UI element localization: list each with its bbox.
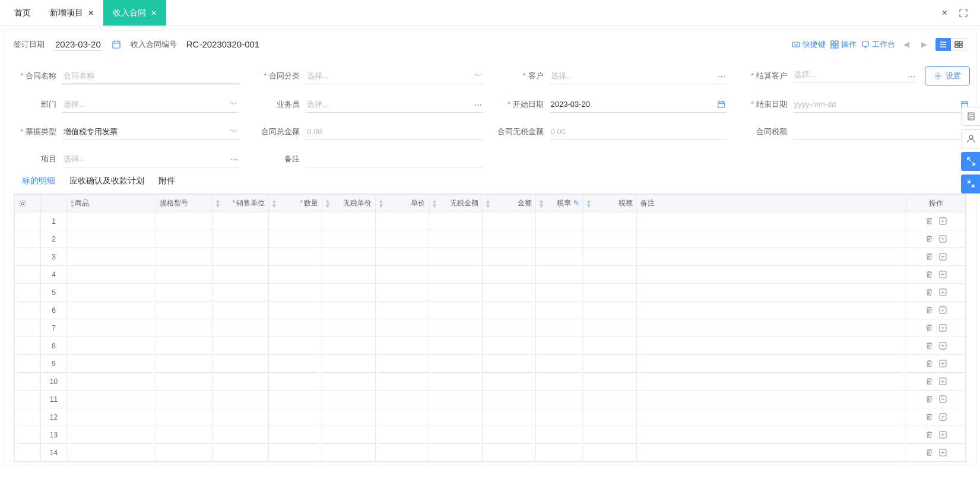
add-row-icon[interactable] bbox=[939, 377, 947, 385]
start-date-input[interactable] bbox=[550, 96, 727, 113]
table-row[interactable]: 10 bbox=[15, 373, 966, 391]
table-row[interactable]: 1 bbox=[15, 212, 966, 230]
delete-icon[interactable] bbox=[925, 217, 933, 225]
th-unit[interactable]: ▲▼销售单位 bbox=[213, 195, 269, 212]
delete-icon[interactable] bbox=[925, 288, 933, 296]
delete-icon[interactable] bbox=[925, 449, 933, 456]
settlement-customer-select[interactable] bbox=[793, 66, 916, 83]
department-select[interactable] bbox=[62, 96, 239, 113]
add-row-icon[interactable] bbox=[939, 235, 947, 243]
settings-button[interactable]: 设置 bbox=[925, 66, 970, 85]
more-icon[interactable]: ⋯ bbox=[908, 72, 915, 81]
edit-icon[interactable]: ✎ bbox=[573, 199, 579, 207]
side-user-icon[interactable] bbox=[961, 129, 980, 148]
fullscreen-icon[interactable] bbox=[956, 6, 971, 20]
add-row-icon[interactable] bbox=[939, 413, 947, 421]
tab-new-project[interactable]: 新增项目 ✕ bbox=[40, 0, 103, 26]
operate-link[interactable]: 操作 bbox=[830, 39, 857, 50]
chevron-down-icon[interactable]: ﹀ bbox=[474, 71, 482, 81]
calendar-icon[interactable] bbox=[717, 100, 725, 109]
table-row[interactable]: 7 bbox=[15, 319, 966, 337]
table-row[interactable]: 13 bbox=[15, 426, 966, 444]
chevron-down-icon[interactable]: ﹀ bbox=[230, 99, 238, 110]
delete-icon[interactable] bbox=[925, 431, 933, 439]
contract-name-input[interactable] bbox=[62, 68, 239, 84]
table-row[interactable]: 4 bbox=[15, 266, 966, 284]
side-collapse-icon[interactable] bbox=[961, 174, 980, 193]
table-row[interactable]: 12 bbox=[15, 408, 966, 426]
calendar-icon[interactable] bbox=[112, 40, 121, 49]
delete-icon[interactable] bbox=[925, 395, 933, 403]
view-card-button[interactable] bbox=[951, 38, 966, 51]
delete-icon[interactable] bbox=[925, 413, 933, 421]
more-icon[interactable]: ⋯ bbox=[230, 155, 238, 164]
th-qty[interactable]: ▲▼数量 bbox=[269, 195, 322, 212]
delete-icon[interactable] bbox=[925, 377, 933, 385]
close-icon[interactable]: ✕ bbox=[151, 9, 157, 17]
subtab-receivable[interactable]: 应收确认及收款计划 bbox=[69, 176, 144, 189]
delete-icon[interactable] bbox=[925, 324, 933, 332]
contract-category-select[interactable] bbox=[306, 68, 483, 84]
table-row[interactable]: 3 bbox=[15, 248, 966, 266]
table-row[interactable]: 6 bbox=[15, 302, 966, 319]
add-row-icon[interactable] bbox=[939, 324, 947, 332]
th-notax-price[interactable]: ▲▼无税单价 bbox=[322, 195, 376, 212]
th-price[interactable]: ▲▼单价 bbox=[376, 195, 429, 212]
customer-select[interactable] bbox=[550, 68, 727, 84]
workbench-link[interactable]: 工作台 bbox=[861, 39, 895, 50]
add-row-icon[interactable] bbox=[939, 360, 947, 367]
table-row[interactable]: 8 bbox=[15, 337, 966, 355]
table-row[interactable]: 9 bbox=[15, 355, 966, 373]
shortcut-link[interactable]: 快捷键 bbox=[792, 39, 826, 50]
delete-icon[interactable] bbox=[925, 342, 933, 350]
sign-date-value[interactable]: 2023-03-20 bbox=[54, 38, 102, 51]
th-spec[interactable]: ▲▼规格型号 bbox=[156, 195, 213, 212]
delete-icon[interactable] bbox=[925, 306, 933, 314]
add-row-icon[interactable] bbox=[939, 431, 947, 439]
table-row[interactable]: 2 bbox=[15, 230, 966, 248]
th-remark[interactable]: ▲▼备注 bbox=[637, 195, 906, 212]
contract-total-input[interactable] bbox=[306, 123, 483, 140]
delete-icon[interactable] bbox=[925, 235, 933, 243]
remark-input[interactable] bbox=[306, 151, 483, 167]
add-row-icon[interactable] bbox=[939, 217, 947, 225]
th-tax-rate[interactable]: ▲▼税率✎ bbox=[536, 195, 583, 212]
tab-home[interactable]: 首页 bbox=[5, 0, 40, 26]
contract-tax-input[interactable] bbox=[793, 123, 970, 140]
add-row-icon[interactable] bbox=[939, 288, 947, 296]
gear-icon[interactable] bbox=[15, 195, 41, 212]
chevron-down-icon[interactable]: ﹀ bbox=[230, 126, 238, 137]
project-select[interactable] bbox=[62, 151, 239, 167]
subtab-attachment[interactable]: 附件 bbox=[158, 176, 175, 189]
th-notax-amount[interactable]: ▲▼无税金额 bbox=[429, 195, 483, 212]
add-row-icon[interactable] bbox=[939, 271, 947, 278]
table-row[interactable]: 14 bbox=[15, 444, 966, 462]
add-row-icon[interactable] bbox=[939, 306, 947, 314]
th-product[interactable]: ▲▼商品 bbox=[67, 195, 156, 212]
th-tax[interactable]: ▲▼税额 bbox=[583, 195, 637, 212]
contract-notax-input[interactable] bbox=[550, 123, 727, 140]
delete-icon[interactable] bbox=[925, 360, 933, 367]
side-expand-icon[interactable] bbox=[961, 152, 980, 171]
add-row-icon[interactable] bbox=[939, 449, 947, 456]
more-icon[interactable]: ⋯ bbox=[474, 100, 482, 109]
tab-income-contract[interactable]: 收入合同 ✕ bbox=[103, 0, 166, 26]
th-amount[interactable]: ▲▼金额 bbox=[483, 195, 536, 212]
view-list-button[interactable] bbox=[935, 38, 951, 51]
delete-icon[interactable] bbox=[925, 271, 933, 278]
add-row-icon[interactable] bbox=[939, 395, 947, 403]
table-row[interactable]: 11 bbox=[15, 391, 966, 408]
prev-icon[interactable]: ◀ bbox=[900, 38, 913, 51]
end-date-input[interactable] bbox=[793, 96, 970, 113]
add-row-icon[interactable] bbox=[939, 253, 947, 261]
close-all-icon[interactable]: ✕ bbox=[937, 6, 952, 20]
subtab-detail[interactable]: 标的明细 bbox=[22, 176, 55, 189]
close-icon[interactable]: ✕ bbox=[88, 9, 94, 17]
delete-icon[interactable] bbox=[925, 253, 933, 261]
salesman-select[interactable] bbox=[306, 96, 483, 113]
invoice-type-select[interactable] bbox=[62, 123, 239, 140]
next-icon[interactable]: ▶ bbox=[918, 38, 931, 51]
side-note-icon[interactable] bbox=[961, 107, 980, 126]
more-icon[interactable]: ⋯ bbox=[718, 72, 725, 81]
table-row[interactable]: 5 bbox=[15, 284, 966, 302]
